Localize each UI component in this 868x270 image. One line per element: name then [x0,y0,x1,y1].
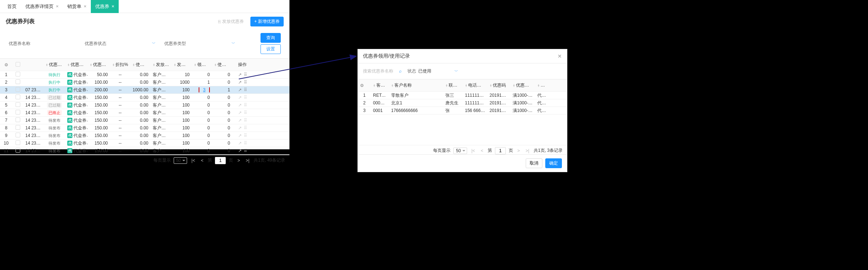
row-checkbox[interactable] [16,117,20,122]
close-icon[interactable]: ✕ [84,4,86,8]
table-row[interactable]: 1114 23:59待发布代代金券150.00--0.00客户领取10000 ↗… [0,147,289,155]
prev-page-button[interactable]: < [199,158,205,163]
row-checkbox[interactable] [16,148,20,153]
column-header[interactable]: ▲▼优惠码 [487,82,511,88]
sort-icon[interactable]: ▲▼ [373,84,376,87]
row-checkbox[interactable] [16,87,20,92]
sort-icon[interactable]: ▲▼ [194,63,196,66]
qrcode-icon[interactable]: ⠿ [244,141,247,146]
claimed-count-link[interactable]: 3 [199,87,210,92]
table-row[interactable]: 714 23:59待发布代代金券150.00--0.00客户领取10000 ↗ … [0,117,289,124]
sort-icon[interactable]: ▲▼ [67,63,70,66]
sort-icon[interactable]: ▲▼ [90,63,92,66]
qrcode-icon[interactable]: ⠿ [244,103,247,108]
row-checkbox[interactable] [16,140,20,145]
column-header[interactable]: ▲▼联系人 [443,82,463,88]
ok-button[interactable]: 确定 [545,158,562,168]
sort-icon[interactable]: ▲▼ [214,63,217,66]
sort-icon[interactable]: ▲▼ [391,84,394,87]
column-header[interactable]: ▲▼优惠主题 [511,82,535,88]
gear-icon[interactable]: ⚙ [4,62,8,67]
table-row[interactable]: 2执行中代代金券100.00--0.00客户领取100010 ↗ ⠿ [0,79,289,86]
row-checkbox[interactable] [16,95,20,99]
first-page-button[interactable]: |< [470,148,477,153]
last-page-button[interactable]: >| [524,148,531,153]
row-checkbox[interactable] [16,133,20,137]
open-icon[interactable]: ↗ [238,87,242,92]
qrcode-icon[interactable]: ⠿ [244,148,247,153]
qrcode-icon[interactable]: ⠿ [244,110,247,115]
table-row[interactable]: 1RETAIL...零散客户张三111111111112019120701...… [358,92,567,99]
column-header[interactable]: ▲▼折扣% [110,62,130,68]
qrcode-icon[interactable]: ⠿ [244,80,247,85]
settings-button[interactable]: 设置 [261,44,281,54]
query-button[interactable]: 查询 [261,33,281,43]
open-icon[interactable]: ↗ [238,80,242,85]
close-icon[interactable]: ✕ [111,4,114,8]
sort-icon[interactable]: ▲▼ [132,63,135,66]
column-header[interactable]: ▲▼领用数量 [192,62,212,68]
next-page-button[interactable]: > [236,158,241,163]
sort-icon[interactable]: ▲▼ [490,84,492,87]
row-checkbox[interactable] [16,72,20,76]
column-header[interactable]: ▲▼电话号码 [463,82,487,88]
per-page-select[interactable]: 50 [453,148,467,154]
qrcode-icon[interactable]: ⠿ [244,133,247,138]
column-header[interactable]: ▲▼客户名称 [389,82,443,88]
last-page-button[interactable]: >| [244,158,251,163]
table-row[interactable]: 1014 23:59待发布代代金券150.00--0.00客户领取10000 ↗… [0,140,289,147]
filter-name-input[interactable] [33,40,76,47]
distribute-coupon-button[interactable]: ⎘ 发放优惠券 [215,17,247,26]
row-checkbox[interactable] [16,125,20,130]
column-header[interactable]: ▲▼发行数量 [172,62,192,68]
table-row[interactable]: 614 23:59已终止代代金券150.00--0.00客户领取10000 ↗ … [0,109,289,117]
qrcode-icon[interactable]: ⠿ [244,118,247,123]
sort-icon[interactable]: ▲▼ [445,84,448,87]
column-header[interactable]: ▲▼优惠券面值 [88,62,110,68]
qrcode-icon[interactable]: ⠿ [244,87,247,92]
tab[interactable]: 优惠券详情页✕ [21,0,63,13]
sort-icon[interactable]: ▲▼ [46,63,48,66]
gear-icon[interactable]: ⚙ [360,83,364,88]
column-header[interactable]: ▲▼使用数量 [212,62,232,68]
sort-icon[interactable]: ▲▼ [112,63,115,66]
column-header[interactable]: ▲▼优惠券类 [535,82,551,88]
page-input[interactable] [215,157,226,164]
column-header[interactable]: ▲▼优惠券状态 [43,62,65,68]
select-all-checkbox[interactable] [16,62,20,67]
qrcode-icon[interactable]: ⠿ [244,95,247,100]
table-row[interactable]: 3000117666666666张156 6666 ...201912070..… [358,107,567,115]
search-input[interactable] [363,68,399,74]
qrcode-icon[interactable]: ⠿ [244,72,247,77]
tab[interactable]: 优惠券✕ [91,0,119,13]
table-row[interactable]: 307 23:59执行中代代金券200.00--1000.00客户领取10031… [0,86,289,94]
tab[interactable]: 销货单✕ [63,0,91,13]
column-header[interactable]: ▲▼优惠券类型 [65,62,88,68]
table-row[interactable]: 200010001北京1唐先生111111111112019120701...满… [358,99,567,107]
close-icon[interactable]: ✕ [56,4,59,8]
column-header[interactable]: ▲▼发放方式 [151,62,172,68]
search-icon[interactable]: ⌕ [399,68,402,74]
filter-type-select[interactable]: ﹀ [188,40,235,47]
table-row[interactable]: 914 23:59待发布代代金券150.00--0.00客户领取10000 ↗ … [0,132,289,140]
row-checkbox[interactable] [16,110,20,115]
sort-icon[interactable]: ▲▼ [537,84,540,87]
close-icon[interactable]: ✕ [558,53,562,59]
cancel-button[interactable]: 取消 [526,158,542,168]
add-coupon-button[interactable]: + 新增优惠券 [250,17,284,26]
first-page-button[interactable]: |< [190,158,196,163]
table-row[interactable]: 514 23:59已过期代代金券150.00--0.00客户领取10000 ↗ … [0,101,289,109]
qrcode-icon[interactable]: ⠿ [244,125,247,130]
filter-status-select[interactable]: ﹀ [109,40,156,47]
table-row[interactable]: 1待执行代代金券50.00--0.00客户领取1000 ↗ ⠿ [0,71,289,79]
next-page-button[interactable]: > [516,148,521,153]
row-checkbox[interactable] [16,79,20,84]
sort-icon[interactable]: ▲▼ [153,63,155,66]
tab[interactable]: 首页 [3,0,21,13]
column-header[interactable]: ▲▼使用门槛... [130,62,151,68]
page-input[interactable] [495,147,506,154]
table-row[interactable]: 814 23:59待发布代代金券150.00--0.00客户领取10000 ↗ … [0,124,289,132]
sort-icon[interactable]: ▲▼ [513,84,515,87]
prev-page-button[interactable]: < [479,148,485,153]
open-icon[interactable]: ↗ [238,72,242,77]
